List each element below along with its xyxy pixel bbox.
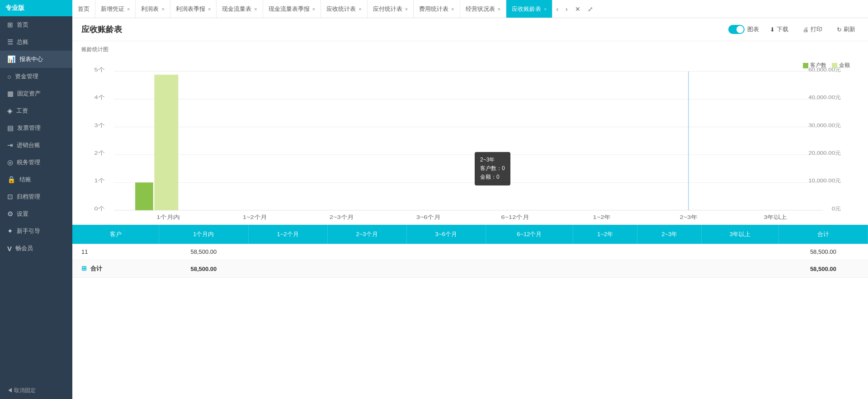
tab-expand-button[interactable]: ⤢ <box>584 0 597 18</box>
legend-customers-label: 客户数 <box>810 62 826 69</box>
total-total: 58,500.00 <box>778 260 868 278</box>
main-area: 首页 新增凭证 × 利润表 × 利润表季报 × 现金流量表 × 现金流量表季报 … <box>72 0 868 399</box>
funds-icon: ○ <box>7 73 11 81</box>
tab-ar-aging[interactable]: 应收账龄表 × <box>506 0 552 18</box>
chart-wrap: 客户数 金额 0个 1个 2个 3个 4个 5个 <box>81 57 859 220</box>
sidebar-item-invoice[interactable]: ▤ 发票管理 <box>0 119 72 137</box>
tab-close-cashflow[interactable]: × <box>254 6 257 12</box>
print-icon: 🖨 <box>803 26 809 33</box>
sidebar-item-reports[interactable]: 📊 报表中心 <box>0 51 72 68</box>
tab-home[interactable]: 首页 <box>72 0 95 18</box>
sidebar-item-assets[interactable]: ▦ 固定资产 <box>0 85 72 102</box>
ledger-icon: ☰ <box>7 38 13 46</box>
cell-y23 <box>637 244 702 260</box>
refresh-button[interactable]: ↻ 刷新 <box>833 24 859 35</box>
tab-next-button[interactable]: › <box>562 0 571 18</box>
svg-text:5个: 5个 <box>94 66 104 72</box>
sidebar-item-label: 首页 <box>17 21 28 29</box>
sidebar-item-label: 税务管理 <box>17 158 40 166</box>
chart-svg: 0个 1个 2个 3个 4个 5个 0元 10,000.00元 20,000.0… <box>81 57 859 220</box>
total-m1: 58,500.00 <box>159 260 248 278</box>
table-header-row: 客户 1个月内 1~2个月 2~3个月 3~6个月 6~12个月 1~2年 2~… <box>72 225 868 244</box>
content-area: 应收账龄表 图表 ⬇ 下载 🖨 打印 ↻ 刷新 <box>72 18 868 399</box>
sidebar-item-ledger[interactable]: ☰ 总账 <box>0 33 72 51</box>
cell-y3plus <box>702 244 778 260</box>
tab-close-all-button[interactable]: ✕ <box>571 0 584 18</box>
tab-ar-stat[interactable]: 应收统计表 × <box>321 0 367 18</box>
svg-text:30,000.00元: 30,000.00元 <box>808 123 841 128</box>
total-y3plus <box>702 260 778 278</box>
tab-cashflow-q[interactable]: 现金流量表季报 × <box>263 0 321 18</box>
sidebar: 专业版 ⊞ 首页 ☰ 总账 📊 报表中心 ○ 资金管理 ▦ 固定资产 ◈ 工资 … <box>0 0 72 399</box>
svg-text:3年以上: 3年以上 <box>764 214 787 220</box>
tab-prev-button[interactable]: ‹ <box>552 0 562 18</box>
col-m612: 6~12个月 <box>486 225 573 244</box>
member-icon: V <box>7 245 12 252</box>
sidebar-item-purchase[interactable]: ⇥ 进销台账 <box>0 137 72 154</box>
sidebar-item-tax[interactable]: ◎ 税务管理 <box>0 154 72 171</box>
chart-toggle-wrap: 图表 <box>728 25 759 34</box>
cell-m12 <box>248 244 327 260</box>
table-row: 11 58,500.00 58,500.00 <box>72 244 868 260</box>
svg-text:3个: 3个 <box>94 122 104 128</box>
total-icon: ⊞ <box>81 265 87 272</box>
chart-toggle[interactable] <box>728 25 745 34</box>
tab-close-ops[interactable]: × <box>498 6 500 12</box>
tab-voucher[interactable]: 新增凭证 × <box>95 0 136 18</box>
col-m12: 1~2个月 <box>248 225 327 244</box>
sidebar-item-label: 报表中心 <box>19 55 43 63</box>
page-title: 应收账龄表 <box>81 24 122 35</box>
print-button[interactable]: 🖨 打印 <box>799 24 826 35</box>
sidebar-item-closing[interactable]: 🔒 结账 <box>0 171 72 188</box>
col-y3plus: 3年以上 <box>702 225 778 244</box>
cell-m612 <box>486 244 573 260</box>
total-m36 <box>406 260 486 278</box>
tab-profit[interactable]: 利润表 × <box>136 0 170 18</box>
sidebar-item-member[interactable]: V 畅会员 <box>0 240 72 257</box>
sidebar-item-home[interactable]: ⊞ 首页 <box>0 16 72 33</box>
total-m23 <box>327 260 406 278</box>
sidebar-item-label: 发票管理 <box>17 124 41 132</box>
tab-ap-stat[interactable]: 应付统计表 × <box>368 0 414 18</box>
download-label: 下载 <box>777 25 788 33</box>
svg-text:1个: 1个 <box>94 178 104 184</box>
sidebar-toggle-pin[interactable]: ◀ 取消固定 <box>0 382 72 399</box>
invoice-icon: ▤ <box>7 124 14 132</box>
tab-profit-q[interactable]: 利润表季报 × <box>170 0 217 18</box>
svg-text:1个月内: 1个月内 <box>156 214 179 220</box>
tab-expense[interactable]: 费用统计表 × <box>414 0 460 18</box>
tab-close-expense[interactable]: × <box>451 6 454 12</box>
sidebar-item-label: 新手引导 <box>17 227 40 235</box>
sidebar-item-settings[interactable]: ⚙ 设置 <box>0 205 72 223</box>
bar-m1-amount <box>154 75 178 210</box>
svg-text:0个: 0个 <box>94 205 104 211</box>
tab-close-cashflow-q[interactable]: × <box>312 6 315 12</box>
legend-customers: 客户数 <box>803 62 826 69</box>
sidebar-item-label: 资金管理 <box>15 72 38 81</box>
col-customer: 客户 <box>72 225 159 244</box>
tab-close-ar-aging[interactable]: × <box>544 6 547 12</box>
download-button[interactable]: ⬇ 下载 <box>766 24 792 35</box>
tab-close-ar-stat[interactable]: × <box>359 6 361 12</box>
sidebar-item-archive[interactable]: ⊡ 归档管理 <box>0 188 72 205</box>
tab-close-profit-q[interactable]: × <box>208 6 211 12</box>
tab-ops[interactable]: 经营状况表 × <box>460 0 506 18</box>
sidebar-item-guide[interactable]: ✦ 新手引导 <box>0 223 72 240</box>
sidebar-item-salary[interactable]: ◈ 工资 <box>0 102 72 119</box>
refresh-label: 刷新 <box>844 25 855 33</box>
tab-cashflow[interactable]: 现金流量表 × <box>217 0 263 18</box>
purchase-icon: ⇥ <box>7 141 13 149</box>
tab-close-ap-stat[interactable]: × <box>405 6 408 12</box>
tab-close-voucher[interactable]: × <box>127 6 130 12</box>
legend-amount: 金额 <box>832 62 850 69</box>
sidebar-item-funds[interactable]: ○ 资金管理 <box>0 68 72 85</box>
sidebar-logo: 专业版 <box>0 0 72 16</box>
sidebar-item-label: 畅会员 <box>15 244 33 252</box>
archive-icon: ⊡ <box>7 193 13 201</box>
total-m612 <box>486 260 573 278</box>
total-y23 <box>637 260 702 278</box>
page-header: 应收账龄表 图表 ⬇ 下载 🖨 打印 ↻ 刷新 <box>72 18 868 41</box>
tab-close-profit[interactable]: × <box>161 6 164 12</box>
legend-amount-dot <box>832 63 837 68</box>
download-icon: ⬇ <box>770 26 775 33</box>
